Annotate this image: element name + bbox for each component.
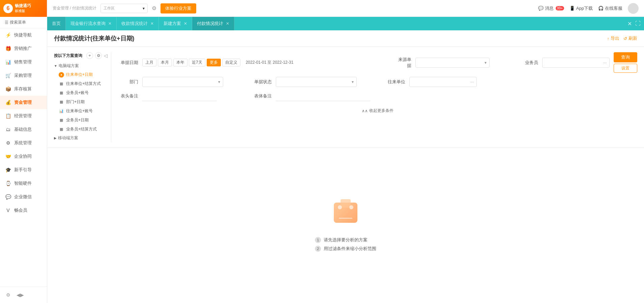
hint-num-1: 1	[315, 237, 321, 243]
tab-receivable[interactable]: 收款情况统计 ✕	[117, 17, 159, 30]
export-icon: ↑	[607, 36, 610, 41]
sidebar-item-member[interactable]: V 畅会员	[0, 204, 47, 217]
scheme-item-agent-settle[interactable]: ▦ 业务员+结算方式	[57, 125, 108, 134]
scheme-item-label: 往来单位+日期	[66, 72, 93, 78]
scheme-item-dept-date[interactable]: ▦ 部门+日期	[57, 97, 108, 107]
hardware-icon: ⌚	[5, 180, 11, 187]
sidebar-item-purchase[interactable]: 🛒 采购管理	[0, 69, 47, 82]
user-avatar[interactable]	[628, 3, 639, 14]
new-scheme-label: 新建方案	[164, 21, 181, 27]
collapse-more-btn[interactable]: ∧∧ 收起更多条件	[118, 105, 637, 116]
date-btn-last-month[interactable]: 上月	[142, 59, 156, 66]
header-note-input[interactable]	[142, 91, 216, 101]
sidebar-item-label: 库存核算	[14, 86, 32, 92]
tab-payment-stats[interactable]: 付款情况统计 ✕	[192, 17, 234, 30]
tab-bar: 首页 现金银行流水查询 ✕ 收款情况统计 ✕ 新建方案 ✕ 付款情况统计 ✕ ✕…	[47, 17, 644, 30]
sidebar-item-basic-info[interactable]: 🗂 基础信息	[0, 123, 47, 136]
tab-maximize-icon[interactable]: ⛶	[635, 21, 641, 27]
dept-select[interactable]: ▾	[142, 77, 223, 87]
scheme-item-agent-date[interactable]: ▦ 业务员+日期	[57, 116, 108, 125]
source-select[interactable]: ▾	[415, 58, 490, 68]
filter-row-1: 单据日期 上月 本月 本年 近7天 更多 自定义 2022-01-01 至 20…	[118, 52, 637, 73]
sidebar-item-system[interactable]: ⚙ 系统管理	[0, 136, 47, 150]
tab-close-all-icon[interactable]: ✕	[627, 21, 632, 27]
query-btn[interactable]: 查询	[614, 52, 637, 62]
date-btn-this-month[interactable]: 本月	[158, 59, 172, 66]
tab-close-bank-flow[interactable]: ✕	[108, 21, 112, 26]
online-service-btn[interactable]: 🎧 在线客服	[598, 5, 622, 11]
sidebar-item-operation[interactable]: 📋 经营管理	[0, 109, 47, 123]
date-btn-this-year[interactable]: 本年	[173, 59, 187, 66]
refresh-icon: ↺	[623, 36, 627, 41]
status-select[interactable]: ▾	[276, 77, 357, 87]
scheme-item-counterpart-account[interactable]: 📊 往来单位+账号	[57, 107, 108, 116]
date-range-display: 2022-01-01 至 2022-12-31	[246, 60, 293, 65]
mobile-scheme-group[interactable]: ▶ 移动端方案	[54, 134, 108, 142]
messages-badge: 99+	[556, 6, 564, 10]
app-name: 畅捷通巧	[15, 3, 31, 9]
sidebar-item-label: 经营管理	[14, 113, 32, 119]
agent-select[interactable]: ···	[542, 58, 610, 68]
header-gear-icon[interactable]: ⚙	[152, 5, 156, 11]
experience-btn[interactable]: 体验行业方案	[160, 3, 196, 13]
date-btn-7-days[interactable]: 近7天	[189, 59, 205, 66]
scheme-panel-label: 按以下方案查询	[54, 53, 82, 59]
date-btn-more[interactable]: 更多	[207, 59, 221, 66]
counterpart-dropdown-icon: ···	[470, 80, 474, 84]
empty-hint-2: 2 用过滤条件来缩小分析范围	[315, 246, 376, 252]
agent-dropdown-icon: ···	[603, 60, 607, 65]
tab-close-payment-stats[interactable]: ✕	[226, 21, 229, 26]
sidebar-item-hardware[interactable]: ⌚ 智能硬件	[0, 177, 47, 190]
app-download-btn[interactable]: 📱 App下载	[569, 5, 593, 11]
scheme-item-counterpart-date[interactable]: ● 往来单位+日期	[57, 70, 108, 79]
scheme-item-counterpart-settle[interactable]: ▦ 往来单位+结算方式	[57, 79, 108, 88]
empty-illustration	[325, 199, 366, 233]
collapse-scheme-icon[interactable]: ◁	[104, 53, 108, 58]
dept-label: 部门	[118, 79, 138, 85]
sidebar-item-marketing[interactable]: 🎁 营销推广	[0, 42, 47, 55]
pc-scheme-group[interactable]: ▼ 电脑端方案	[54, 62, 108, 70]
sidebar-item-inventory[interactable]: 📦 库存核算	[0, 82, 47, 96]
active-scheme-icon: ●	[59, 72, 64, 78]
settings-bottom-icon[interactable]: ⚙	[3, 290, 13, 300]
status-dropdown-icon: ▾	[352, 80, 354, 84]
tab-home[interactable]: 首页	[47, 17, 66, 30]
search-menu[interactable]: ☰ 搜索菜单	[0, 17, 47, 28]
manage-scheme-btn[interactable]: ⚙	[95, 52, 102, 59]
scheme-item-agent-account[interactable]: ▦ 业务员+账号	[57, 88, 108, 97]
counterpart-select[interactable]: ···	[409, 77, 477, 87]
hint-num-2: 2	[315, 246, 321, 252]
tab-close-new-scheme[interactable]: ✕	[184, 21, 187, 26]
tab-bank-flow[interactable]: 现金银行流水查询 ✕	[66, 17, 117, 30]
source-dropdown-icon: ▾	[485, 60, 487, 65]
export-btn[interactable]: ↑ 导出	[607, 35, 620, 41]
tab-new-scheme[interactable]: 新建方案 ✕	[159, 17, 192, 30]
marketing-icon: 🎁	[5, 45, 11, 52]
sidebar-item-guide[interactable]: 🎓 新手引导	[0, 163, 47, 177]
tab-close-receivable[interactable]: ✕	[150, 21, 154, 26]
sidebar-item-wechat[interactable]: 💬 企业微信	[0, 190, 47, 204]
sidebar-item-enterprise[interactable]: 🤝 企业协同	[0, 150, 47, 163]
filter-row-2: 部门 ▾ 单据状态 ▾ 往来单位 ···	[118, 77, 637, 87]
sidebar-item-label: 资金管理	[14, 99, 32, 105]
content: 付款情况统计(往来单位+日期) ↑ 导出 ↺ 刷新 按以下方案查询 +	[47, 30, 644, 303]
empty-hints: 1 请先选择要分析的方案 2 用过滤条件来缩小分析范围	[315, 237, 376, 252]
pc-group-arrow: ▼	[54, 64, 57, 68]
date-btn-custom[interactable]: 自定义	[222, 59, 240, 66]
sidebar-item-sales[interactable]: 📊 销售管理	[0, 55, 47, 69]
table-icon: ▦	[59, 118, 64, 123]
collapse-sidebar-icon[interactable]: ◀▶	[16, 290, 25, 300]
setting-btn[interactable]: 设置	[614, 64, 637, 73]
body-note-input[interactable]	[276, 91, 370, 101]
sidebar-item-label: 采购管理	[14, 72, 32, 79]
chevron-down-icon: ▾	[143, 6, 145, 11]
sidebar-item-quick-nav[interactable]: ⚡ 快捷导航	[0, 28, 47, 42]
refresh-btn[interactable]: ↺ 刷新	[623, 35, 637, 41]
header-right: 💬 消息 99+ 📱 App下载 🎧 在线客服	[538, 3, 639, 14]
logo-text-block: 畅捷通巧 标准版	[15, 3, 31, 13]
sidebar-item-finance[interactable]: 💰 资金管理	[0, 96, 47, 109]
messages-btn[interactable]: 💬 消息 99+	[538, 5, 564, 11]
workspace-dropdown[interactable]: 工作区 ▾	[100, 4, 148, 13]
add-scheme-btn[interactable]: +	[86, 52, 93, 59]
search-label: 搜索菜单	[10, 20, 26, 25]
